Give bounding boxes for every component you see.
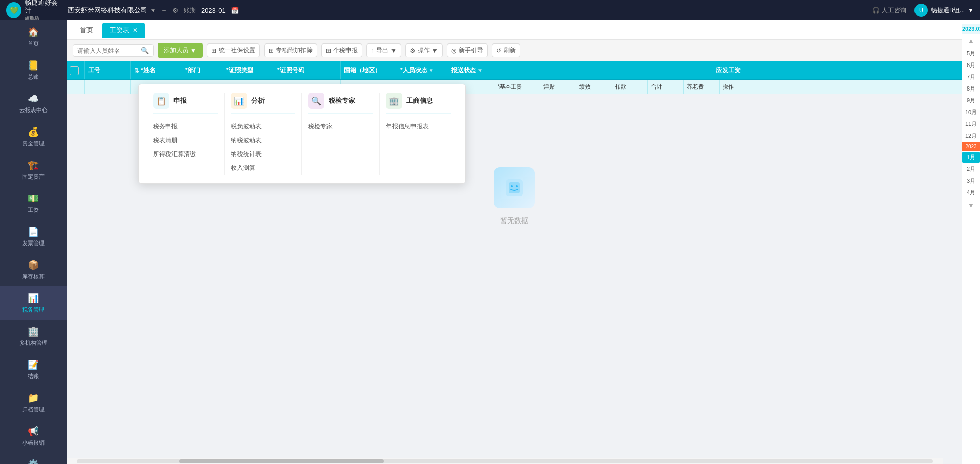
sidebar-label-fixed-assets: 固定资产 (22, 173, 45, 181)
company-chevron-icon: ▼ (150, 8, 156, 13)
sidebar-label-ledger: 总账 (28, 73, 39, 81)
month-1-active[interactable]: 1月 (962, 152, 980, 163)
sidebar-item-home[interactable]: 🏠 首页 (0, 20, 67, 54)
svg-point-2 (511, 185, 513, 187)
refresh-icon: ↺ (496, 47, 502, 54)
tax-report-btn[interactable]: ⊞ 个税申报 (321, 43, 362, 57)
sidebar-item-settings[interactable]: ⚙️ 基础设置 (0, 453, 67, 464)
tab-home[interactable]: 首页 (73, 23, 100, 38)
sort-name-icon[interactable]: ⇅ (134, 67, 139, 74)
analysis-icon: 📊 (231, 93, 247, 109)
menu-item-income-calc[interactable]: 收入测算 (231, 161, 296, 175)
multi-org-icon: 🏢 (28, 326, 39, 337)
add-company-btn[interactable]: ＋ (161, 6, 167, 15)
sidebar-label-inventory: 库存核算 (22, 273, 45, 280)
guide-btn[interactable]: ◎ 新手引导 (447, 43, 488, 57)
operate-btn[interactable]: ⚙ 操作 ▼ (405, 43, 443, 57)
archive-icon: 📁 (28, 392, 39, 404)
sidebar-label-invoice: 发票管理 (22, 239, 45, 247)
search-icon: 🔍 (141, 47, 149, 54)
headset-icon: 🎧 (872, 7, 880, 14)
month-8[interactable]: 8月 (962, 83, 980, 94)
status-filter-icon[interactable]: ▼ (429, 68, 434, 73)
month-7[interactable]: 7月 (962, 72, 980, 82)
tab-bar: 首页 工资表 ✕ (67, 20, 962, 40)
tab-salary[interactable]: 工资表 ✕ (102, 23, 145, 38)
month-11[interactable]: 11月 (962, 119, 980, 129)
social-label: 统一社保设置 (219, 46, 255, 55)
export-btn[interactable]: ↑ 导出 ▼ (366, 43, 401, 57)
svg-point-3 (516, 185, 518, 187)
guide-toolbar-icon: ◎ (451, 47, 456, 54)
social-insurance-btn[interactable]: ⊞ 统一社保设置 (207, 43, 260, 57)
settings-icon[interactable]: ⚙ (172, 7, 179, 14)
month-12[interactable]: 12月 (962, 130, 980, 141)
calendar-icon[interactable]: 📅 (231, 7, 239, 14)
special-deduction-btn[interactable]: ⊞ 专项附加扣除 (264, 43, 317, 57)
menu-item-annual-report[interactable]: 年报信息申报表 (386, 120, 451, 134)
tab-close-icon[interactable]: ✕ (133, 27, 138, 34)
sidebar-item-salary[interactable]: 💵 工资 (0, 187, 67, 220)
logo-icon: 💚 (6, 2, 21, 18)
sidebar-item-close[interactable]: 📝 结账 (0, 353, 67, 386)
sidebar-label-close: 结账 (28, 372, 39, 380)
th-checkbox[interactable] (67, 61, 85, 79)
sidebar-item-inventory[interactable]: 📦 库存核算 (0, 253, 67, 286)
sidebar-item-expense[interactable]: 📢 小畅报销 (0, 419, 67, 453)
month-10[interactable]: 10月 (962, 107, 980, 118)
menu-item-tax-declare[interactable]: 税务申报 (153, 120, 218, 134)
sidebar-item-ledger[interactable]: 📒 总账 (0, 54, 67, 87)
sidebar-item-archive[interactable]: 📁 归档管理 (0, 386, 67, 419)
right-panel-up-nav[interactable]: ▲ (966, 35, 977, 47)
service-btn[interactable]: 🎧 人工咨询 (872, 6, 906, 15)
logo-text: 畅捷通好会计 (25, 0, 62, 15)
menu-section-header-shenb: 📋 申报 (153, 93, 218, 114)
company-selector[interactable]: 西安虾米网络科技有限公司 ▼ (68, 6, 156, 15)
menu-section-taxcheck: 🔍 税检专家 税检专家 (302, 93, 380, 175)
add-chevron-icon: ▼ (190, 47, 197, 54)
menu-item-tax-form[interactable]: 税表清册 (153, 134, 218, 147)
sidebar-item-cloud[interactable]: ☁️ 云报表中心 (0, 87, 67, 120)
menu-item-tax-burden[interactable]: 税负波动表 (231, 120, 296, 134)
right-panel-down-nav[interactable]: ▼ (966, 199, 977, 211)
menu-item-tax-clear[interactable]: 所得税汇算清缴 (153, 147, 218, 161)
operate-icon: ⚙ (410, 47, 416, 54)
month-2[interactable]: 2月 (962, 164, 980, 174)
sidebar-label-expense: 小畅报销 (22, 439, 45, 447)
th-deduction: 扣款 (612, 80, 648, 94)
scroll-bar[interactable] (67, 458, 943, 464)
no-data-text: 暂无数据 (500, 216, 529, 226)
scrollbar-track (77, 459, 933, 463)
export-chevron-icon: ▼ (390, 47, 397, 54)
refresh-btn[interactable]: ↺ 刷新 (492, 43, 520, 57)
user-chevron-icon: ▼ (968, 7, 974, 14)
add-person-label: 添加人员 (164, 46, 188, 55)
analysis-title: 分析 (251, 96, 265, 105)
sidebar-item-fund[interactable]: 💰 资金管理 (0, 120, 67, 153)
th-job-number: 工号 (85, 61, 131, 79)
month-9[interactable]: 9月 (962, 95, 980, 106)
search-input[interactable] (77, 47, 139, 54)
sidebar-item-invoice[interactable]: 📄 发票管理 (0, 220, 67, 253)
export-label: 导出 (376, 46, 388, 55)
top-bar: 💚 畅捷通好会计 旗舰版 西安虾米网络科技有限公司 ▼ ＋ ⚙ 账期 2023-… (0, 0, 980, 20)
month-4[interactable]: 4月 (962, 187, 980, 198)
month-5[interactable]: 5月 (962, 48, 980, 59)
sidebar-label-salary: 工资 (28, 206, 39, 214)
scrollbar-thumb[interactable] (179, 459, 384, 463)
sidebar-item-multi-org[interactable]: 🏢 多机构管理 (0, 320, 67, 353)
report-filter-icon[interactable]: ▼ (477, 68, 483, 73)
sidebar-item-tax[interactable]: 📊 税务管理 (0, 286, 67, 320)
month-3[interactable]: 3月 (962, 175, 980, 186)
select-all-checkbox[interactable] (70, 66, 79, 75)
menu-item-tax-wave[interactable]: 纳税波动表 (231, 134, 296, 147)
menu-item-tax-stat[interactable]: 纳税统计表 (231, 147, 296, 161)
th-payable-wage-group: 应发工资 (494, 61, 962, 79)
add-person-btn[interactable]: 添加人员 ▼ (158, 43, 203, 58)
tax-report-icon: ⊞ (326, 47, 331, 54)
menu-item-taxcheck-expert[interactable]: 税检专家 (308, 120, 373, 134)
sidebar-item-fixed-assets[interactable]: 🏗️ 固定资产 (0, 153, 67, 187)
top-bar-right: 🎧 人工咨询 U 畅捷通B组... ▼ (872, 4, 974, 17)
month-6[interactable]: 6月 (962, 60, 980, 71)
user-area[interactable]: U 畅捷通B组... ▼ (914, 4, 974, 17)
